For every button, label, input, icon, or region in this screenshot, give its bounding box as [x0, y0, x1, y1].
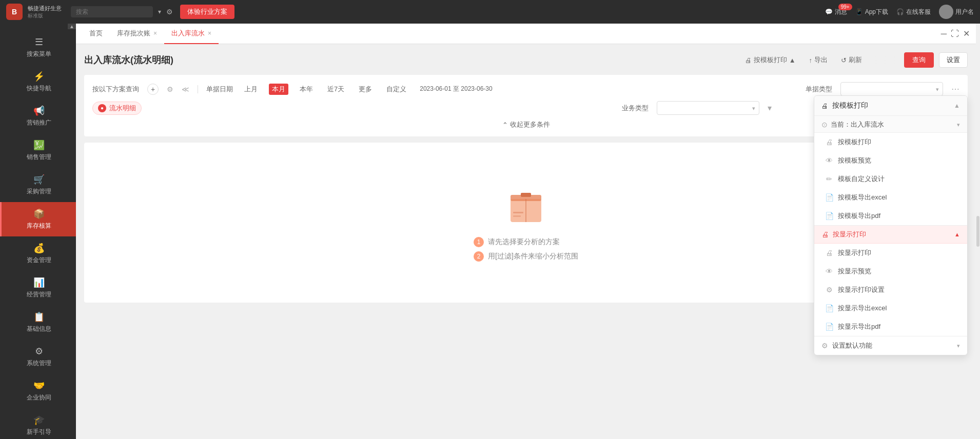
tab-close-btn[interactable]: ✕	[963, 29, 970, 38]
sidebar-item-label: 快捷导航	[27, 84, 51, 93]
dropdown-display-print[interactable]: 🖨 按显示打印	[814, 244, 967, 262]
dropdown-header: 🖨 按模板打印 ▲	[814, 96, 967, 116]
dropdown-template-custom[interactable]: ✏ 模板自定义设计	[814, 170, 967, 188]
dropdown-template-export-pdf[interactable]: 📄 按模板导出pdf	[814, 207, 967, 225]
query-btn[interactable]: 查询	[904, 52, 934, 68]
dropdown-display-export-pdf[interactable]: 📄 按显示导出pdf	[814, 317, 967, 336]
export-btn[interactable]: ↑ 导出	[805, 53, 832, 67]
business-type-select[interactable]	[657, 101, 759, 115]
sidebar-item-label: 资金管理	[27, 256, 51, 265]
tab-minimize-btn[interactable]: ─	[941, 29, 947, 38]
sidebar-item-basic-info[interactable]: 📋 基础信息	[0, 305, 76, 340]
collapse-conditions-btn[interactable]: ⌃ 收起更多条件	[502, 120, 550, 129]
svg-rect-4	[513, 212, 523, 213]
dropdown-footer[interactable]: ⚙ 设置默认功能 ▾	[814, 336, 967, 355]
filter-gear-btn[interactable]: ⚙	[167, 85, 173, 93]
sidebar-scroll-up[interactable]: ▲	[68, 24, 76, 29]
tab-batch-account-close[interactable]: ×	[153, 30, 157, 37]
template-export-excel-label: 按模板导出excel	[838, 193, 887, 202]
app-version: 标准版	[28, 12, 62, 19]
message-btn[interactable]: 💬 消息 99+	[825, 8, 847, 16]
dropdown-display-export-excel[interactable]: 📄 按显示导出excel	[814, 299, 967, 317]
settings-btn[interactable]: 设置	[939, 52, 968, 68]
page-actions: 🖨 按模板打印 ▲ ↑ 导出 ↺ 刷新 ⋮⋮⋮ 查询 设置	[741, 52, 968, 68]
display-preview-icon: 👁	[825, 267, 834, 275]
template-export-excel-icon: 📄	[825, 193, 834, 202]
filter-collapse-btn[interactable]: ≪	[182, 85, 189, 93]
sidebar-item-quick-nav[interactable]: ⚡ 快捷导航	[0, 65, 76, 99]
date-this-year-btn[interactable]: 本年	[297, 84, 316, 95]
tab-inout-flow-close[interactable]: ×	[208, 30, 211, 37]
business-type-chevron[interactable]: ▾	[768, 103, 772, 113]
search-menu-icon: ☰	[35, 36, 43, 48]
export-icon: ↑	[809, 56, 813, 64]
dropdown-template-export-excel[interactable]: 📄 按模板导出excel	[814, 188, 967, 207]
date-custom-btn[interactable]: 自定义	[383, 84, 409, 95]
dropdown-template-section: 🖨 按模板打印 👁 按模板预览 ✏ 模板自定义设计 📄 按模板导出excel	[814, 133, 967, 226]
date-more-btn[interactable]: 更多	[356, 84, 375, 95]
empty-icon-svg	[503, 184, 549, 230]
app-download-btn[interactable]: 📱 App下载	[855, 8, 888, 16]
tab-batch-account-label: 库存批次账	[117, 29, 150, 38]
filter-add-btn[interactable]: +	[147, 84, 159, 95]
sidebar-item-label: 基础信息	[27, 325, 51, 333]
filter-tag-icon: ●	[98, 104, 106, 112]
message-icon: 💬	[825, 8, 833, 15]
voucher-type-select[interactable]	[840, 82, 943, 96]
tab-maximize-btn[interactable]: ⛶	[951, 29, 959, 38]
user-avatar[interactable]: 用户名	[939, 5, 974, 19]
display-export-pdf-icon: 📄	[825, 323, 834, 331]
sidebar-item-guide[interactable]: 🎓 新手引导	[0, 408, 76, 439]
settings-icon[interactable]: ⚙	[166, 8, 173, 16]
chevron-up-icon: ▲	[789, 56, 796, 64]
dropdown-header-left: 🖨 按模板打印	[821, 101, 868, 110]
dropdown-close-icon[interactable]: ▲	[954, 102, 960, 109]
tab-inout-flow[interactable]: 出入库流水 ×	[164, 24, 219, 44]
sidebar-item-system[interactable]: ⚙ 系统管理	[0, 340, 76, 374]
inventory-icon: 📦	[33, 208, 45, 220]
refresh-btn[interactable]: ↺ 刷新	[837, 53, 866, 67]
dropdown-display-preview[interactable]: 👁 按显示预览	[814, 262, 967, 281]
display-print-settings-label: 按显示打印设置	[838, 285, 885, 294]
voucher-type-more-icon[interactable]: ⋯	[951, 84, 959, 94]
print-icon: 🖨	[745, 56, 752, 64]
tab-home[interactable]: 首页	[82, 24, 110, 44]
dropdown-display-section-header[interactable]: 🖨 按显示打印 ▲	[814, 226, 967, 244]
dropdown-template-preview[interactable]: 👁 按模板预览	[814, 151, 967, 170]
online-service-label: 在线客服	[906, 8, 931, 16]
sidebar-item-operations[interactable]: 📊 经营管理	[0, 271, 76, 305]
template-print-btn[interactable]: 🖨 按模板打印 ▲	[741, 53, 800, 67]
tab-batch-account[interactable]: 库存批次账 ×	[110, 24, 164, 44]
date-current-month-btn[interactable]: 本月	[269, 84, 288, 95]
sidebar-item-cooperation[interactable]: 🤝 企业协同	[0, 374, 76, 408]
empty-steps: 1 请先选择要分析的方案 2 用[过滤]条件来缩小分析范围	[474, 237, 578, 262]
search-chevron-icon[interactable]: ▾	[158, 8, 161, 15]
basic-info-icon: 📋	[33, 311, 45, 323]
date-last-month-btn[interactable]: 上月	[241, 84, 261, 95]
system-icon: ⚙	[35, 346, 43, 357]
sidebar-item-label: 经营管理	[27, 290, 51, 299]
sidebar-item-inventory[interactable]: 📦 库存核算	[0, 202, 76, 236]
trial-btn[interactable]: 体验行业方案	[180, 5, 234, 19]
svg-rect-2	[521, 193, 531, 197]
sidebar-item-marketing[interactable]: 📢 营销推广	[0, 99, 76, 133]
search-input[interactable]	[71, 6, 153, 17]
filter-label: 按以下方案查询	[92, 85, 139, 94]
sidebar-item-purchase[interactable]: 🛒 采购管理	[0, 168, 76, 202]
dropdown-display-print-settings[interactable]: ⚙ 按显示打印设置	[814, 281, 967, 299]
right-scrollbar[interactable]	[976, 24, 980, 439]
sidebar-item-finance[interactable]: 💰 资金管理	[0, 236, 76, 271]
sidebar-item-search-menu[interactable]: ☰ 搜索菜单	[0, 30, 76, 65]
display-export-pdf-label: 按显示导出pdf	[838, 322, 880, 331]
sidebar-item-label: 系统管理	[27, 359, 51, 368]
template-export-pdf-icon: 📄	[825, 212, 834, 220]
cooperation-icon: 🤝	[33, 380, 45, 391]
template-print-label: 按模板打印	[754, 55, 787, 65]
page-content: 出入库流水(流水明细) 🖨 按模板打印 ▲ ↑ 导出 ↺ 刷新	[76, 44, 976, 439]
empty-step-2-text: 用[过滤]条件来缩小分析范围	[488, 252, 578, 261]
dropdown-template-print[interactable]: 🖨 按模板打印	[814, 133, 967, 151]
date-recent-7-btn[interactable]: 近7天	[324, 84, 347, 95]
sidebar-item-sales[interactable]: 💹 销售管理	[0, 133, 76, 168]
online-service-btn[interactable]: 🎧 在线客服	[896, 8, 931, 16]
filter-row-1: 按以下方案查询 + ⚙ ≪ 单据日期 上月 本月 本年 近7天 更多 自定义 2…	[92, 82, 959, 96]
